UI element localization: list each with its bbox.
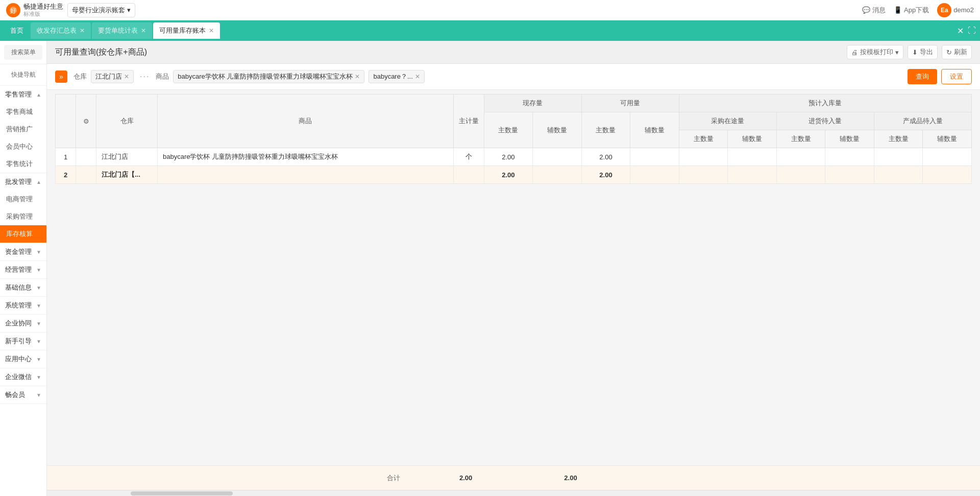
sidebar-section-basic-header[interactable]: 基础信息 ▼ [0,279,46,296]
chevron-down-icon-ops: ▼ [36,267,41,273]
th-rownum [56,95,76,148]
sidebar-section-operations: 经营管理 ▼ [0,261,46,279]
subtotal-current-aux [533,166,582,184]
template-print-btn[interactable]: 🖨 按模板打印 ▾ [847,45,903,59]
sidebar-section-wholesale-header[interactable]: 批发管理 ▲ [0,173,46,191]
th-current-stock-group: 现存量 [484,95,581,112]
th-current-aux: 辅数量 [533,112,582,148]
subtotal-pt-aux [728,166,777,184]
tab-receipts[interactable]: 收发存汇总表 ✕ [31,22,91,39]
remove-warehouse-tag[interactable]: ✕ [124,73,129,80]
subtotal-unit [453,166,484,184]
th-forecast-group: 预计入库量 [679,95,971,112]
data-table: ⚙ 仓库 商品 主计量 现存量 可用量 预计入库量 主数量 辅数量 主数量 辅数… [55,94,972,184]
subtotal-current-main: 2.00 [484,166,533,184]
product-filter-tag1[interactable]: babycare学饮杯 儿童防摔防撞吸管杯重力球吸嘴杯宝宝水杯 ✕ [173,70,364,83]
export-btn[interactable]: ⬇ 导出 [908,45,938,59]
chevron-down-icon-wechat: ▼ [36,374,41,380]
warehouse-filter-group: 仓库 江北门店 ✕ [74,70,134,83]
more-filter-dots[interactable]: ··· [140,72,150,81]
cell-product: babycare学饮杯 儿童防摔防撞吸管杯重力球吸嘴杯宝宝水杯 [158,148,454,166]
sidebar-section-app-center-header[interactable]: 应用中心 ▼ [0,350,46,368]
sidebar-section-retail-header[interactable]: 零售管理 ▲ [0,86,46,103]
close-tab-available-inventory[interactable]: ✕ [209,27,214,34]
chevron-down-icon-finance: ▼ [36,249,41,255]
sidebar-item-retail-stats[interactable]: 零售统计 [0,155,46,173]
subtotal-in-aux [825,166,874,184]
logo-area: 好 畅捷通好生意 标准版 [6,3,63,17]
th-available-main: 主数量 [581,112,630,148]
tab-home[interactable]: 首页 [4,22,30,39]
cell-unit: 个 [453,148,484,166]
th-settings: ⚙ [76,95,96,148]
svg-text:好: 好 [10,7,16,13]
sidebar-item-ecommerce[interactable]: 电商管理 [0,191,46,208]
warehouse-filter-tag[interactable]: 江北门店 ✕ [91,70,134,83]
user-btn[interactable]: Ea demo2 [937,3,974,17]
product-filter-label: 商品 [156,72,169,81]
query-btn[interactable]: 查询 [908,69,937,84]
tab-available-inventory[interactable]: 可用量库存账本 ✕ [153,22,220,39]
th-current-main: 主数量 [484,112,533,148]
cell-available-aux [630,148,679,166]
close-tab-order-stats[interactable]: ✕ [141,27,146,34]
chevron-down-icon-guide: ▼ [36,339,41,344]
horizontal-scrollbar[interactable] [47,490,980,496]
filter-toggle-btn[interactable]: » [55,70,67,83]
tab-bar: 首页 收发存汇总表 ✕ 要货单统计表 ✕ 可用量库存账本 ✕ ✕ ⛶ [0,20,980,41]
cell-in-aux [825,148,874,166]
sidebar-item-quick-nav[interactable]: 快捷导航 [0,66,46,83]
sidebar-section-new-guide-header[interactable]: 新手引导 ▼ [0,333,46,350]
sidebar-item-inventory-check[interactable]: 库存核算 [0,225,46,243]
sidebar-item-procurement[interactable]: 采购管理 [0,208,46,225]
logo-text: 畅捷通好生意 标准版 [23,3,63,17]
th-pp-main: 主数量 [874,130,923,148]
top-bar: 好 畅捷通好生意 标准版 母婴行业演示账套 ▾ 💬 消息 📱 App下载 Ea … [0,0,980,20]
th-available-aux: 辅数量 [630,112,679,148]
sidebar-item-marketing[interactable]: 营销推广 [0,121,46,138]
sidebar-section-operations-header[interactable]: 经营管理 ▼ [0,261,46,278]
main-layout: 搜索菜单 快捷导航 零售管理 ▲ 零售商城 营销推广 会员中心 零售统计 [0,41,980,496]
product-filter-tag2[interactable]: babycare？... ✕ [369,70,424,83]
chevron-down-icon-basic: ▼ [36,285,41,291]
sidebar-section-vip-header[interactable]: 畅会员 ▼ [0,386,46,404]
subtotal-available-main: 2.00 [581,166,630,184]
cell-in-main [776,148,825,166]
close-window-btn[interactable]: ✕ [957,26,964,36]
close-tab-receipts[interactable]: ✕ [80,27,85,34]
page-header: 可用量查询(按仓库+商品) 🖨 按模板打印 ▾ ⬇ 导出 ↻ 刷新 [47,41,980,64]
page-actions: 🖨 按模板打印 ▾ ⬇ 导出 ↻ 刷新 [847,45,972,59]
sidebar-section-finance-header[interactable]: 资金管理 ▼ [0,243,46,261]
cell-current-aux [533,148,582,166]
message-btn[interactable]: 💬 消息 [862,6,886,15]
remove-product-tag2[interactable]: ✕ [415,73,420,80]
appdown-btn[interactable]: 📱 App下载 [894,6,929,15]
cell-pp-main [874,148,923,166]
column-settings-icon[interactable]: ⚙ [83,117,89,125]
top-bar-left: 好 畅捷通好生意 标准版 母婴行业演示账套 ▾ [6,3,135,17]
filter-actions: 查询 设置 [908,69,972,84]
warehouse-filter-label: 仓库 [74,72,87,81]
tab-order-stats[interactable]: 要货单统计表 ✕ [92,22,152,39]
sidebar-item-retail-mall[interactable]: 零售商城 [0,103,46,121]
product-filter-group: 商品 babycare学饮杯 儿童防摔防撞吸管杯重力球吸嘴杯宝宝水杯 ✕ bab… [156,70,424,83]
sidebar-item-member[interactable]: 会员中心 [0,138,46,155]
sidebar-section-wechat-header[interactable]: 企业微信 ▼ [0,368,46,386]
logo-icon: 好 [6,3,20,17]
scroll-thumb[interactable] [131,491,233,495]
th-pt-aux: 辅数量 [728,130,777,148]
sidebar-section-system-header[interactable]: 系统管理 ▼ [0,297,46,314]
settings-btn[interactable]: 设置 [941,69,972,84]
cell-pt-aux [728,148,777,166]
th-pt-main: 主数量 [679,130,728,148]
search-menu-btn[interactable]: 搜索菜单 [4,45,42,60]
refresh-btn[interactable]: ↻ 刷新 [942,45,972,59]
sidebar-section-collab-header[interactable]: 企业协同 ▼ [0,315,46,332]
subtotal-rownum: 2 [56,166,76,184]
page-title: 可用量查询(按仓库+商品) [55,47,147,58]
remove-product-tag1[interactable]: ✕ [355,73,360,80]
sidebar-section-vip: 畅会员 ▼ [0,386,46,404]
industry-selector[interactable]: 母婴行业演示账套 ▾ [67,3,135,17]
sidebar-section-collab: 企业协同 ▼ [0,315,46,333]
maximize-btn[interactable]: ⛶ [968,26,976,35]
